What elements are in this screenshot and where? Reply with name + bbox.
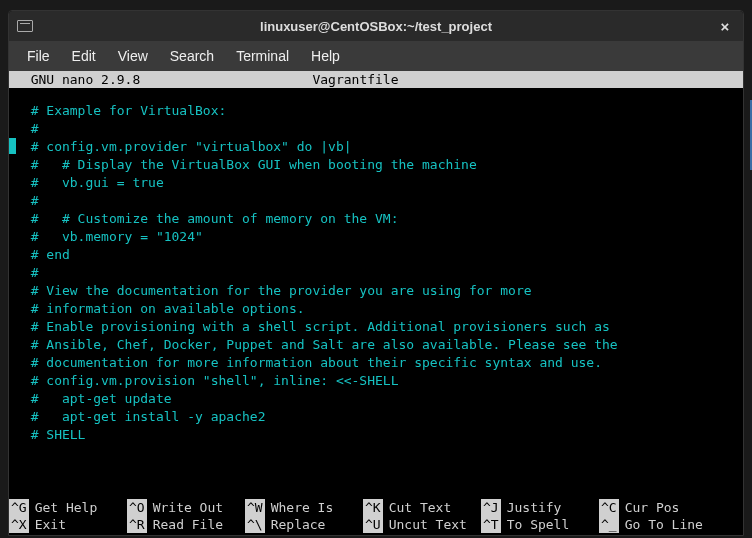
code-line: # vb.memory = "1024" bbox=[15, 228, 737, 246]
titlebar[interactable]: linuxuser@CentOSBox:~/test_project × bbox=[9, 11, 743, 41]
shortcut-row: ^XExit ^RRead File ^\Replace ^UUncut Tex… bbox=[9, 516, 743, 533]
shortcut-label: Get Help bbox=[35, 499, 98, 516]
code-line: # # Display the VirtualBox GUI when boot… bbox=[15, 156, 737, 174]
nano-header-spacer bbox=[140, 72, 312, 87]
shortcut-label: Justify bbox=[507, 499, 562, 516]
code-line: # Ansible, Chef, Docker, Puppet and Salt… bbox=[15, 336, 737, 354]
shortcut-key: ^\ bbox=[245, 516, 265, 533]
code-line: # end bbox=[15, 246, 737, 264]
shortcut-uncut: ^UUncut Text bbox=[363, 516, 481, 533]
shortcut-readfile: ^RRead File bbox=[127, 516, 245, 533]
nano-header: GNU nano 2.9.8 Vagrantfile bbox=[9, 71, 743, 88]
shortcut-key: ^W bbox=[245, 499, 265, 516]
code-line: # apt-get update bbox=[15, 390, 737, 408]
menu-view[interactable]: View bbox=[108, 44, 158, 68]
menu-search[interactable]: Search bbox=[160, 44, 224, 68]
shortcut-label: To Spell bbox=[507, 516, 570, 533]
shortcut-label: Uncut Text bbox=[389, 516, 467, 533]
shortcut-label: Cur Pos bbox=[625, 499, 680, 516]
shortcut-whereis: ^WWhere Is bbox=[245, 499, 363, 516]
shortcut-label: Read File bbox=[153, 516, 223, 533]
code-line: # apt-get install -y apache2 bbox=[15, 408, 737, 426]
shortcut-row: ^GGet Help ^OWrite Out ^WWhere Is ^KCut … bbox=[9, 499, 743, 516]
close-icon[interactable]: × bbox=[715, 16, 735, 36]
nano-version: GNU nano 2.9.8 bbox=[15, 72, 140, 87]
shortcut-exit: ^XExit bbox=[9, 516, 127, 533]
shortcut-justify: ^JJustify bbox=[481, 499, 599, 516]
shortcut-key: ^J bbox=[481, 499, 501, 516]
code-line: # bbox=[15, 192, 737, 210]
shortcut-key: ^O bbox=[127, 499, 147, 516]
code-line: # documentation for more information abo… bbox=[15, 354, 737, 372]
code-line: # SHELL bbox=[15, 426, 737, 444]
menu-file[interactable]: File bbox=[17, 44, 60, 68]
code-line: # bbox=[15, 120, 737, 138]
shortcut-label: Where Is bbox=[271, 499, 334, 516]
shortcut-key: ^C bbox=[599, 499, 619, 516]
code-line: # # Customize the amount of memory on th… bbox=[15, 210, 737, 228]
code-line: # View the documentation for the provide… bbox=[15, 282, 737, 300]
cursor-icon bbox=[9, 138, 16, 154]
menu-edit[interactable]: Edit bbox=[62, 44, 106, 68]
code-line: # information on available options. bbox=[15, 300, 737, 318]
code-line: # vb.gui = true bbox=[15, 174, 737, 192]
window-title: linuxuser@CentOSBox:~/test_project bbox=[9, 19, 743, 34]
code-line: # Example for VirtualBox: bbox=[15, 102, 737, 120]
shortcut-help: ^GGet Help bbox=[9, 499, 127, 516]
shortcut-writeout: ^OWrite Out bbox=[127, 499, 245, 516]
shortcut-gotoline: ^_Go To Line bbox=[599, 516, 717, 533]
nano-editor[interactable]: GNU nano 2.9.8 Vagrantfile # Example for… bbox=[9, 71, 743, 535]
shortcut-key: ^U bbox=[363, 516, 383, 533]
shortcut-curpos: ^CCur Pos bbox=[599, 499, 717, 516]
shortcut-label: Write Out bbox=[153, 499, 223, 516]
nano-filename: Vagrantfile bbox=[312, 72, 398, 87]
code-line: # config.vm.provision "shell", inline: <… bbox=[15, 372, 737, 390]
nano-shortcuts: ^GGet Help ^OWrite Out ^WWhere Is ^KCut … bbox=[9, 499, 743, 535]
shortcut-key: ^R bbox=[127, 516, 147, 533]
menubar: File Edit View Search Terminal Help bbox=[9, 41, 743, 71]
shortcut-label: Cut Text bbox=[389, 499, 452, 516]
shortcut-cuttext: ^KCut Text bbox=[363, 499, 481, 516]
code-line: # config.vm.provider "virtualbox" do |vb… bbox=[15, 138, 737, 156]
editor-body[interactable]: # Example for VirtualBox: # # config.vm.… bbox=[9, 88, 743, 499]
menu-terminal[interactable]: Terminal bbox=[226, 44, 299, 68]
shortcut-key: ^_ bbox=[599, 516, 619, 533]
shortcut-key: ^X bbox=[9, 516, 29, 533]
shortcut-key: ^G bbox=[9, 499, 29, 516]
shortcut-label: Exit bbox=[35, 516, 66, 533]
shortcut-label: Go To Line bbox=[625, 516, 703, 533]
shortcut-key: ^K bbox=[363, 499, 383, 516]
code-line: # Enable provisioning with a shell scrip… bbox=[15, 318, 737, 336]
shortcut-key: ^T bbox=[481, 516, 501, 533]
menu-help[interactable]: Help bbox=[301, 44, 350, 68]
shortcut-tospell: ^TTo Spell bbox=[481, 516, 599, 533]
code-line: # bbox=[15, 264, 737, 282]
terminal-window: linuxuser@CentOSBox:~/test_project × Fil… bbox=[8, 10, 744, 536]
shortcut-replace: ^\Replace bbox=[245, 516, 363, 533]
shortcut-label: Replace bbox=[271, 516, 326, 533]
